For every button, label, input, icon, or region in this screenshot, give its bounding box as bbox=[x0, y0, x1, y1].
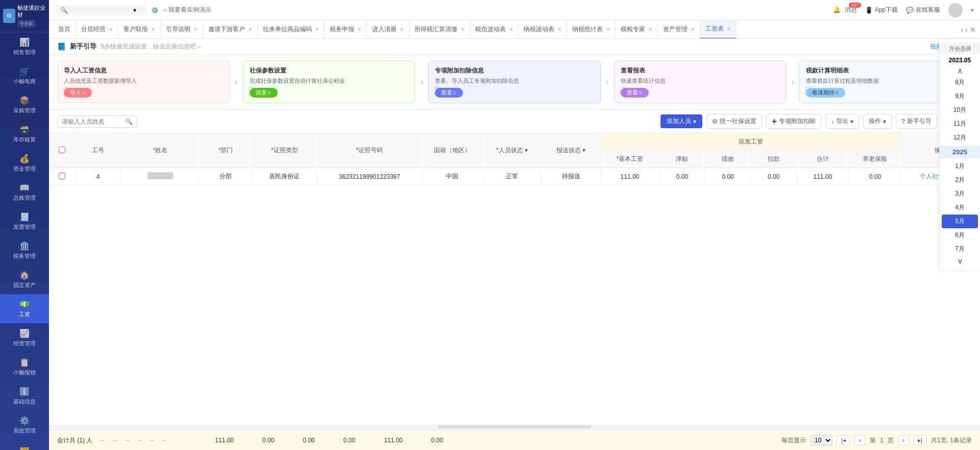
col-base-header: *基本工资 bbox=[600, 151, 659, 168]
col-bonus-header: 津贴 bbox=[659, 151, 705, 168]
send-filter-icon[interactable]: ▾ bbox=[582, 147, 585, 154]
app-download-label: App下载 bbox=[875, 6, 898, 14]
sidebar-item-ecommerce[interactable]: 🛒 小畅电商 bbox=[0, 61, 49, 90]
scroll-thumb[interactable] bbox=[438, 425, 591, 429]
month-item-may[interactable]: 5月 bbox=[942, 215, 978, 228]
tab-crm[interactable]: 客户联络 ✕ bbox=[118, 20, 161, 39]
sidebar-item-collab[interactable]: 🤝 企业协同 bbox=[0, 440, 49, 450]
tab-close-icon[interactable]: ✕ bbox=[606, 27, 610, 32]
month-item-feb[interactable]: 2月 bbox=[940, 173, 980, 187]
tab-asset-mgmt[interactable]: 资产管理 ✕ bbox=[658, 20, 700, 39]
employee-search[interactable]: 🔍 bbox=[57, 115, 137, 128]
row-deduct-cell: 0.00 bbox=[751, 168, 797, 185]
sidebar-item-purchase[interactable]: 📦 采购管理 bbox=[0, 90, 49, 120]
sidebar-item-assets[interactable]: 🏠 固定资产 bbox=[0, 265, 49, 294]
month-item-aug[interactable]: 8月 bbox=[940, 76, 980, 89]
month-item-oct[interactable]: 10月 bbox=[940, 103, 980, 117]
tab-close-icon[interactable]: ✕ bbox=[648, 27, 652, 32]
tab-tax-burden[interactable]: 税负波动表 ✕ bbox=[470, 20, 519, 39]
last-page-btn[interactable]: ▸| bbox=[913, 435, 927, 445]
tab-invite[interactable]: 邀请下游客户 ✕ bbox=[203, 20, 258, 39]
month-picker-up-btn[interactable]: ∧ bbox=[957, 66, 963, 76]
guide-btn[interactable]: ? 新手引导 bbox=[896, 114, 937, 129]
tab-next-arrow[interactable]: › bbox=[965, 26, 968, 34]
step-2-desc: 完成社保参数设置自动计算社保公积金 bbox=[250, 77, 409, 85]
step-5-num: 5 bbox=[804, 83, 812, 100]
tab-home[interactable]: 首页 bbox=[53, 20, 76, 39]
sidebar-item-invoice[interactable]: 🧾 发票管理 bbox=[0, 207, 49, 236]
export-btn[interactable]: ↓ 导出 ▾ bbox=[825, 114, 859, 129]
search-magnifier-icon[interactable]: 🔍 bbox=[125, 118, 133, 125]
user-menu-icon[interactable]: ▾ bbox=[971, 7, 974, 14]
tab-close-icon[interactable]: ✕ bbox=[248, 27, 252, 32]
tab-close-icon[interactable]: ✕ bbox=[193, 27, 198, 32]
tab-close-icon[interactable]: ✕ bbox=[315, 27, 319, 32]
month-item-sep[interactable]: 9月 bbox=[940, 89, 980, 103]
row-checkbox[interactable] bbox=[59, 173, 65, 179]
tab-tax-report[interactable]: 税务申报 ✕ bbox=[325, 20, 367, 39]
tab-tax-stats[interactable]: 纳税统计表 ✕ bbox=[567, 20, 616, 39]
month-item-jul[interactable]: 7月 bbox=[940, 242, 980, 256]
sidebar-item-inventory[interactable]: 🗃️ 库存核算 bbox=[0, 120, 49, 149]
tab-clearance[interactable]: 进入清册 ✕ bbox=[367, 20, 409, 39]
month-item-dec[interactable]: 12月 bbox=[940, 131, 980, 145]
tab-tax-expert[interactable]: 税检专家 ✕ bbox=[616, 20, 658, 39]
tab-layered[interactable]: 分层经营 ✕ bbox=[76, 20, 118, 39]
sidebar-item-ops[interactable]: 📈 经营管理 bbox=[0, 323, 49, 352]
online-service-btn[interactable]: 💬 在线客服 bbox=[906, 6, 940, 14]
unified-social-btn[interactable]: ⚙ 统一社保设置 bbox=[706, 114, 762, 129]
sidebar-item-sales[interactable]: 📊 销售管理 bbox=[0, 32, 49, 61]
status-filter-icon[interactable]: ▾ bbox=[525, 147, 528, 154]
add-person-button[interactable]: 添加人员 ▾ bbox=[660, 114, 702, 128]
month-item-nov[interactable]: 11月 bbox=[940, 117, 980, 131]
demo-link[interactable]: ○ 我要看实例演示 bbox=[163, 6, 211, 14]
tab-close-icon[interactable]: ✕ bbox=[727, 26, 731, 32]
tab-clearance-label: 进入清册 bbox=[372, 25, 397, 34]
tab-close-icon[interactable]: ✕ bbox=[357, 27, 361, 32]
prev-page-btn[interactable]: ‹ bbox=[854, 435, 866, 445]
app-download-btn[interactable]: 📱 App下载 bbox=[865, 6, 898, 14]
first-page-btn[interactable]: |◂ bbox=[837, 435, 850, 445]
tab-product-code[interactable]: 往来单位商品编码 ✕ bbox=[258, 20, 325, 39]
next-page-btn[interactable]: › bbox=[898, 435, 909, 445]
tab-salary-table[interactable]: 工资表 ✕ bbox=[700, 20, 737, 39]
month-item-jun[interactable]: 6月 bbox=[940, 228, 980, 242]
unified-social-label: 统一社保设置 bbox=[720, 117, 756, 126]
tab-close-icon[interactable]: ✕ bbox=[109, 27, 113, 32]
select-all-checkbox[interactable] bbox=[59, 147, 65, 153]
tab-close-all-icon[interactable]: ✕ bbox=[970, 26, 976, 34]
tab-close-icon[interactable]: ✕ bbox=[151, 27, 155, 32]
company-search-input[interactable] bbox=[70, 7, 131, 14]
month-item-mar[interactable]: 3月 bbox=[940, 187, 980, 201]
sidebar-item-salary[interactable]: 💵 工资 bbox=[0, 294, 49, 323]
tab-close-icon[interactable]: ✕ bbox=[557, 27, 561, 32]
tab-close-icon[interactable]: ✕ bbox=[400, 27, 404, 32]
month-item-apr[interactable]: 4月 bbox=[940, 201, 980, 215]
operations-btn[interactable]: 操作 ▾ bbox=[863, 114, 892, 129]
per-page-select[interactable]: 10 20 50 bbox=[810, 435, 832, 446]
horizontal-scrollbar[interactable] bbox=[49, 424, 980, 430]
tab-income-tax[interactable]: 所得税汇算清缴 ✕ bbox=[409, 20, 470, 39]
sidebar-item-system[interactable]: ⚙️ 系统管理 bbox=[0, 411, 49, 440]
tab-close-icon[interactable]: ✕ bbox=[509, 27, 513, 32]
employee-search-input[interactable] bbox=[62, 118, 123, 125]
sidebar-item-tax[interactable]: 🏛️ 税务管理 bbox=[0, 236, 49, 265]
sidebar-item-expense[interactable]: 📋 小畅报销 bbox=[0, 352, 49, 382]
tab-tax-fluctuation[interactable]: 纳税波动表 ✕ bbox=[519, 20, 567, 39]
tab-close-icon[interactable]: ✕ bbox=[460, 27, 464, 32]
month-picker-down-btn[interactable]: ∨ bbox=[957, 256, 963, 266]
sidebar-item-ledger[interactable]: 📖 总账管理 bbox=[0, 178, 49, 207]
sidebar-item-basic[interactable]: ℹ️ 基础信息 bbox=[0, 382, 49, 411]
per-page-label: 每页显示 bbox=[781, 436, 806, 445]
special-deduct-btn[interactable]: ✚ 专项附加扣除 bbox=[766, 114, 821, 129]
company-search[interactable]: 🔍 ▾ bbox=[55, 5, 147, 16]
invoice-icon: 🧾 bbox=[0, 212, 49, 222]
sidebar-item-finance[interactable]: 💰 资金管理 bbox=[0, 149, 49, 178]
tab-prev-arrow[interactable]: ‹ bbox=[961, 26, 964, 34]
user-avatar[interactable] bbox=[948, 3, 963, 17]
settings-icon[interactable]: ⚙️ bbox=[151, 7, 159, 14]
month-item-jan[interactable]: 1月 bbox=[940, 159, 980, 173]
tab-close-icon[interactable]: ✕ bbox=[691, 27, 695, 32]
tab-guide-info[interactable]: 引导说明 ✕ bbox=[161, 20, 203, 39]
messages-badge[interactable]: 🔔 99+ 消息 bbox=[833, 6, 856, 14]
